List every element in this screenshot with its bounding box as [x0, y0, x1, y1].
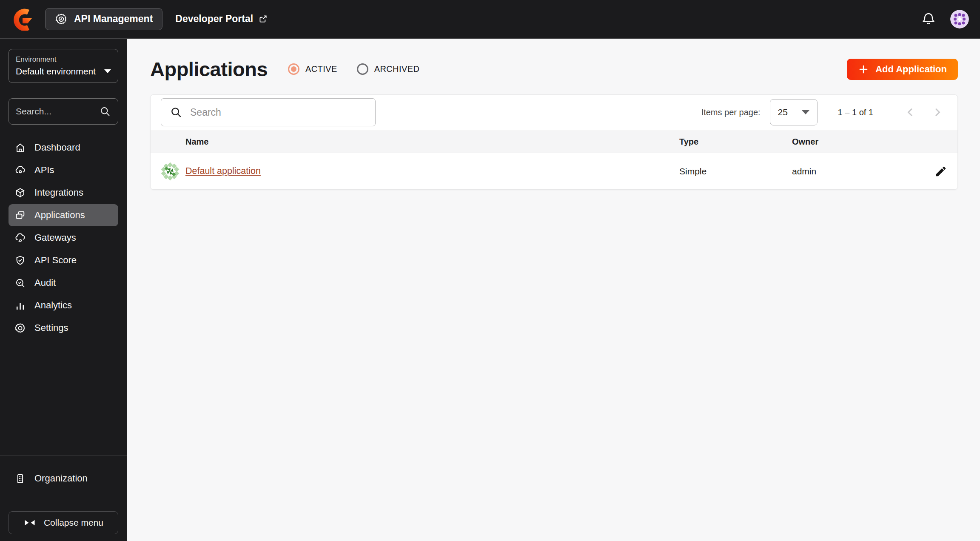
edit-application-button[interactable]	[934, 165, 947, 178]
sidebar-nav: Dashboard APIs Integrations	[9, 137, 118, 339]
column-header-name: Name	[161, 137, 679, 147]
column-header-owner: Owner	[792, 137, 922, 147]
table-search-input[interactable]	[190, 107, 367, 118]
application-owner-cell: admin	[792, 166, 922, 177]
sidebar-bottom: Organization Collapse menu	[9, 455, 118, 534]
gravitee-logo[interactable]	[11, 8, 34, 31]
cube-icon	[14, 187, 26, 199]
external-link-icon	[258, 14, 268, 24]
organization-label: Organization	[34, 473, 88, 484]
pagination-range-label: 1 – 1 of 1	[838, 108, 873, 117]
sidebar-item-label: Integrations	[34, 187, 83, 198]
environment-selector[interactable]: Environment Default environment	[9, 49, 118, 83]
overlapping-windows-icon	[14, 210, 26, 221]
user-avatar[interactable]	[950, 10, 969, 28]
sidebar-item-label: Audit	[34, 277, 56, 288]
sidebar-item-label: Gateways	[34, 232, 76, 243]
page-header: Applications ACTIVE ARCHIVED Add Applica…	[150, 57, 958, 81]
application-type-cell: Simple	[679, 166, 792, 177]
sidebar-item-label: API Score	[34, 255, 77, 266]
add-application-button[interactable]: Add Application	[847, 59, 958, 80]
pencil-edit-icon	[934, 165, 947, 178]
sidebar-item-apis[interactable]: APIs	[9, 159, 118, 181]
gear-icon	[14, 322, 26, 334]
environment-value: Default environment	[16, 65, 96, 77]
search-icon	[170, 106, 182, 119]
collapse-menu-label: Collapse menu	[44, 518, 103, 528]
application-avatar	[161, 162, 179, 181]
api-management-label: API Management	[74, 13, 153, 25]
api-management-switcher[interactable]: API Management	[45, 8, 162, 30]
gravitee-g-icon	[11, 8, 34, 31]
plus-icon	[858, 64, 869, 75]
chevron-right-icon	[931, 106, 944, 119]
notifications-bell-icon[interactable]	[920, 11, 937, 27]
bar-chart-icon	[14, 300, 26, 311]
page-title: Applications	[150, 57, 268, 81]
cloud-gear-icon	[14, 165, 26, 176]
sidebar-item-analytics[interactable]: Analytics	[9, 294, 118, 316]
applications-table-card: Items per page: 25 1 – 1 of 1	[150, 94, 958, 190]
filter-active-label: ACTIVE	[305, 64, 337, 74]
sidebar: Environment Default environment Dashboar…	[0, 39, 127, 541]
sidebar-item-settings[interactable]: Settings	[9, 317, 118, 339]
apim-gear-icon	[55, 13, 68, 26]
organization-building-icon	[14, 473, 26, 484]
status-filter: ACTIVE ARCHIVED	[288, 63, 419, 75]
sidebar-search[interactable]	[9, 98, 118, 125]
sidebar-item-integrations[interactable]: Integrations	[9, 182, 118, 204]
sidebar-item-label: APIs	[34, 165, 54, 176]
sidebar-item-api-score[interactable]: API Score	[9, 249, 118, 271]
sidebar-item-label: Analytics	[34, 300, 72, 311]
environment-label: Environment	[16, 55, 111, 64]
table-row: Default application Simple admin	[151, 153, 957, 189]
chevron-left-icon	[904, 106, 917, 119]
cloud-node-icon	[14, 232, 26, 244]
add-application-label: Add Application	[875, 64, 947, 75]
application-name-cell: Default application	[161, 162, 679, 181]
shield-check-icon	[14, 255, 26, 266]
sidebar-item-applications[interactable]: Applications	[9, 204, 118, 226]
chevron-down-icon	[802, 110, 809, 114]
collapse-menu-button[interactable]: Collapse menu	[9, 511, 118, 534]
items-per-page-value: 25	[778, 107, 788, 117]
sidebar-item-label: Settings	[34, 322, 68, 333]
avatar-image	[950, 10, 969, 28]
pagination-prev-button[interactable]	[904, 106, 917, 119]
items-per-page-select[interactable]: 25	[770, 99, 818, 125]
radio-selected-icon	[288, 63, 299, 75]
application-name-link[interactable]: Default application	[185, 166, 261, 177]
developer-portal-link[interactable]: Developer Portal	[175, 13, 268, 25]
search-icon	[99, 105, 111, 117]
app-root: API Management Developer Portal	[0, 0, 980, 541]
column-header-type: Type	[679, 137, 792, 147]
topbar: API Management Developer Portal	[0, 0, 980, 39]
sidebar-item-audit[interactable]: Audit	[9, 272, 118, 294]
filter-archived-label: ARCHIVED	[374, 64, 420, 74]
filter-radio-archived[interactable]: ARCHIVED	[357, 63, 420, 75]
pagination-controls: Items per page: 25 1 – 1 of 1	[701, 99, 947, 125]
sidebar-search-input[interactable]	[16, 106, 94, 117]
search-check-icon	[14, 277, 26, 289]
sidebar-item-organization[interactable]: Organization	[9, 467, 118, 490]
filter-radio-active[interactable]: ACTIVE	[288, 63, 337, 75]
chevron-down-icon	[104, 69, 111, 73]
radio-unselected-icon	[357, 63, 368, 75]
sidebar-item-dashboard[interactable]: Dashboard	[9, 137, 118, 159]
developer-portal-label: Developer Portal	[175, 13, 253, 25]
topbar-right	[920, 10, 969, 28]
table-header-row: Name Type Owner	[151, 131, 957, 153]
collapse-arrows-icon	[23, 519, 36, 527]
main-content: Applications ACTIVE ARCHIVED Add Applica…	[127, 39, 980, 541]
sidebar-item-label: Dashboard	[34, 142, 80, 153]
sidebar-item-label: Applications	[34, 210, 85, 221]
table-search[interactable]	[161, 98, 376, 126]
sidebar-item-gateways[interactable]: Gateways	[9, 227, 118, 249]
pagination-next-button[interactable]	[931, 106, 944, 119]
table-toolbar: Items per page: 25 1 – 1 of 1	[151, 95, 957, 131]
home-icon	[14, 142, 26, 154]
items-per-page-label: Items per page:	[701, 108, 761, 117]
